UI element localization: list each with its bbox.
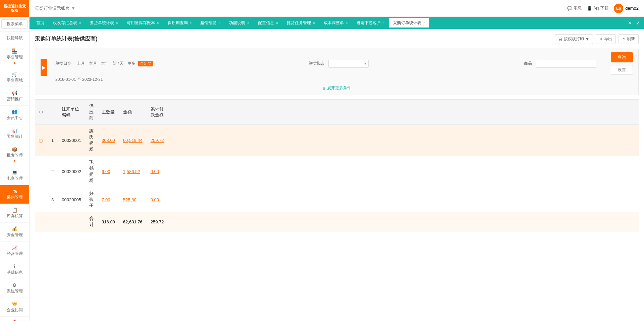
footer-quantity-cell: 316.00 xyxy=(98,212,119,231)
tab-warranty[interactable]: 保质期查询 × xyxy=(164,18,196,28)
sidebar-item-operations[interactable]: 📈 经营管理 xyxy=(0,242,29,260)
sidebar-item-retail-stats[interactable]: 📊 零售统计 xyxy=(0,124,29,143)
date-filter-label: 单据日期 xyxy=(55,61,71,66)
sidebar-item-enterprise[interactable]: 🤝 企业协同 xyxy=(0,298,29,317)
supplier-cell: 惠氏奶粉 xyxy=(85,125,98,156)
paid-cell: 0.00 xyxy=(147,156,168,187)
tab-purchase-order-stats[interactable]: 采购订单统计表 × xyxy=(389,18,429,28)
sidebar-item-ecommerce[interactable]: 💻 电商管理 xyxy=(0,166,29,185)
refresh-button[interactable]: ↻ 刷新 xyxy=(619,34,639,44)
tab-close-icon[interactable]: × xyxy=(383,21,385,25)
sidebar-logo: 畅捷通好生意 标版 xyxy=(0,0,29,17)
status-select[interactable]: 全部 xyxy=(328,60,369,68)
print-button[interactable]: 🖨 按模板打印 ▼ xyxy=(555,34,593,44)
sidebar-item-basic-info[interactable]: ℹ 基础信息 xyxy=(0,260,29,279)
tab-close-icon[interactable]: × xyxy=(218,21,220,25)
tab-overstock[interactable]: 超储预警 × xyxy=(196,18,224,28)
sidebar-item-retail-manage[interactable]: 🏪 零售管理 ▲ xyxy=(0,45,29,68)
extra-cell xyxy=(168,156,639,187)
sidebar-item-marketing[interactable]: 📢 营销推广 xyxy=(0,87,29,106)
shortcut-more[interactable]: 更多 xyxy=(126,60,137,67)
tab-invite-downstream[interactable]: 邀请下游客户 × xyxy=(353,18,389,28)
sidebar-item-new-guide[interactable]: 🎯 新手引导 xyxy=(0,317,29,321)
tab-close-icon[interactable]: × xyxy=(247,21,249,25)
sidebar-item-member-center[interactable]: 👥 会员中心 xyxy=(0,106,29,124)
goods-input[interactable] xyxy=(536,60,596,68)
column-settings-icon[interactable]: ⚙ xyxy=(39,109,43,115)
shortcut-7days[interactable]: 近7天 xyxy=(112,60,125,67)
tab-purchase-stats[interactable]: 要货单统计表 × xyxy=(86,18,122,28)
sidebar-item-inventory[interactable]: 📋 库存核算 xyxy=(0,204,29,223)
quantity-col-header: 主数量 xyxy=(98,100,119,125)
tab-close-icon[interactable]: × xyxy=(190,21,192,25)
amount-link[interactable]: 525.80 xyxy=(123,197,137,202)
message-button[interactable]: 💬 消息 xyxy=(567,5,582,11)
paid-link[interactable]: 0.00 xyxy=(151,197,159,202)
tab-function-desc[interactable]: 功能说明 × xyxy=(225,18,253,28)
amount-link[interactable]: 60,519.44 xyxy=(123,138,143,143)
sidebar-item-label: 营销推广 xyxy=(7,96,23,102)
app-download-button[interactable]: 📱 App下载 xyxy=(587,5,608,11)
tab-close-icon[interactable]: × xyxy=(313,21,315,25)
tab-home[interactable]: 首页 xyxy=(32,18,48,28)
footer-extra-cell xyxy=(168,212,639,231)
tab-close-icon[interactable]: × xyxy=(276,21,278,25)
sidebar-search-section: 搜索菜单 xyxy=(0,17,29,32)
more-filters-button[interactable]: ⊕ 展开更多条件 xyxy=(322,85,351,91)
export-button[interactable]: ⬇ 导出 xyxy=(596,34,616,44)
footer-index-cell xyxy=(47,212,58,231)
shortcut-last-month[interactable]: 上月 xyxy=(75,60,86,67)
tab-config[interactable]: 配置信息 × xyxy=(254,18,282,28)
goods-filter-label: 商品 xyxy=(524,61,532,66)
quantity-link[interactable]: 303.00 xyxy=(102,138,115,143)
sidebar-item-purchase[interactable]: 🛍 采购管理 xyxy=(0,185,29,204)
fullscreen-button[interactable]: ⤢ xyxy=(635,19,641,26)
amount-link[interactable]: 1,586.52 xyxy=(123,169,140,174)
shortcut-this-year[interactable]: 本年 xyxy=(100,60,110,67)
quantity-link[interactable]: 7.00 xyxy=(102,197,110,202)
tab-close-icon[interactable]: × xyxy=(116,21,118,25)
tab-close-icon[interactable]: × xyxy=(157,21,159,25)
user-menu[interactable]: Ea demo2 xyxy=(614,4,639,13)
paid-link[interactable]: 259.72 xyxy=(151,138,164,143)
quantity-link[interactable]: 6.00 xyxy=(102,169,110,174)
sidebar-item-wholesale[interactable]: 📦 批发管理 ▼ xyxy=(0,143,29,166)
filter-expand-button[interactable]: ▶ xyxy=(41,59,47,76)
sort-icon[interactable]: ↑ xyxy=(39,139,43,143)
tab-cost-adjust[interactable]: 成本调整单 × xyxy=(320,18,352,28)
goods-more-icon[interactable]: ··· xyxy=(600,61,604,66)
search-menu-button[interactable]: 搜索菜单 xyxy=(1,19,28,29)
sidebar-item-label: 零售统计 xyxy=(7,134,23,140)
close-tab-button[interactable]: ✕ xyxy=(627,19,633,26)
amount-cell: 1,586.52 xyxy=(119,156,147,187)
topbar: 母婴行业演示账套 ▼ 💬 消息 📱 App下载 Ea demo2 xyxy=(30,0,644,17)
tab-label: 成本调整单 xyxy=(324,20,344,26)
app-download-label: App下载 xyxy=(593,5,608,11)
wholesale-icon: 📦 xyxy=(12,147,17,152)
tab-close-icon[interactable]: × xyxy=(423,21,425,25)
breadcrumb-dropdown-icon[interactable]: ▼ xyxy=(71,6,75,11)
page-header: 采购订单统计表(按供应商) 🖨 按模板打印 ▼ ⬇ 导出 ↻ 刷新 xyxy=(35,34,639,44)
tab-close-icon[interactable]: × xyxy=(346,21,348,25)
extra-col-header xyxy=(168,100,639,125)
quantity-cell: 6.00 xyxy=(98,156,119,187)
sidebar-item-finance[interactable]: 💰 资金管理 xyxy=(0,223,29,242)
tab-label: 要货单统计表 xyxy=(90,20,114,26)
index-cell: 3 xyxy=(47,187,58,212)
settings-button[interactable]: 设置 xyxy=(611,65,633,75)
tab-available-stock[interactable]: 可用量库存账本 × xyxy=(123,18,163,28)
tab-pick-task[interactable]: 拣货任务管理 × xyxy=(283,18,319,28)
tab-close-icon[interactable]: × xyxy=(79,21,81,25)
filter-fields: 单据日期 上月 本月 本年 近7天 更多 自定义 单据状态 xyxy=(55,52,633,83)
logo-text: 畅捷通好生意 标版 xyxy=(4,4,26,13)
date-shortcuts: 上月 本月 本年 近7天 更多 自定义 xyxy=(75,60,153,67)
paid-link[interactable]: 0.00 xyxy=(151,169,159,174)
custom-date-tag[interactable]: 自定义 xyxy=(138,61,153,66)
shortcut-this-month[interactable]: 本月 xyxy=(88,60,98,67)
quick-nav-button[interactable]: 快捷导航 xyxy=(1,34,28,43)
export-label: 导出 xyxy=(604,36,612,42)
tab-collect-pay[interactable]: 收发存汇总表 × xyxy=(49,18,85,28)
sidebar-item-retail-shop[interactable]: 🛒 零售商城 xyxy=(0,68,29,87)
query-button[interactable]: 查询 xyxy=(611,52,633,62)
sidebar-item-system[interactable]: ⚙ 系统管理 xyxy=(0,279,29,298)
